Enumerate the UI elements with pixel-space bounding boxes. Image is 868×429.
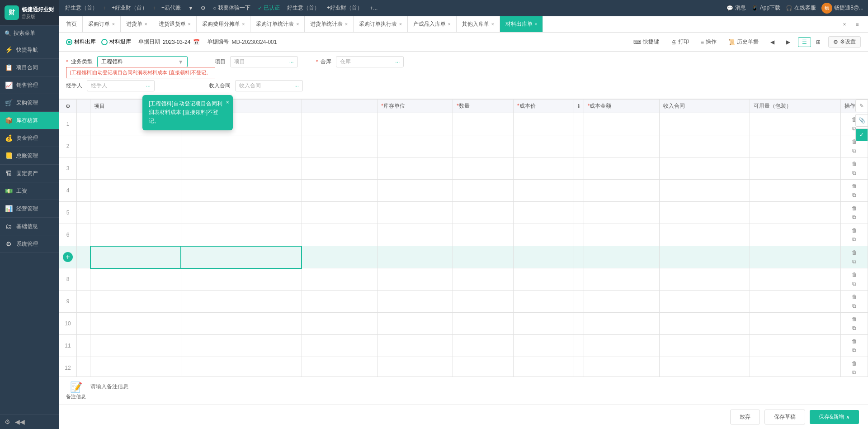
handler-input[interactable]: 经手人 ··· — [87, 80, 155, 91]
topbar-yidaizhang[interactable]: +易代账 — [160, 4, 183, 12]
row-7-copy-btn[interactable]: ⧉ — [850, 257, 859, 266]
sidebar-nav-item-ledger[interactable]: 📒 总账管理 — [0, 147, 59, 165]
sidebar-nav-item-operation[interactable]: 📊 经营管理 — [0, 200, 59, 218]
row-6-delete-btn[interactable]: 🗑 — [850, 226, 859, 235]
row-1-cost-amount[interactable] — [584, 113, 659, 135]
warehouse-input[interactable]: 仓库 ··· — [336, 56, 404, 67]
page-settings-btn[interactable]: ⚙ ⚙设置 — [828, 36, 861, 48]
topbar-more[interactable]: +... — [368, 5, 379, 11]
topbar-haoshengyi2[interactable]: 好生意（首） — [285, 4, 321, 12]
row-4-delete-btn[interactable]: 🗑 — [850, 181, 859, 191]
tab-purchase-order-close[interactable]: × — [112, 22, 115, 27]
tab-other-in[interactable]: 其他入库单 × — [457, 16, 500, 33]
row-5-copy-btn[interactable]: ⧉ — [850, 213, 859, 222]
sidebar-nav-item-system[interactable]: ⚙ 系统管理 — [0, 235, 59, 253]
tab-receipt-stat[interactable]: 进货单统计表 × — [305, 16, 354, 33]
project-input[interactable]: 项目 ··· — [230, 56, 298, 67]
settings-bottom-icon[interactable]: ⚙ — [5, 418, 10, 425]
sidebar-nav-item-salary[interactable]: 💵 工资 — [0, 182, 59, 200]
tab-purchase-return-close[interactable]: × — [188, 22, 191, 27]
topbar-haoyecai[interactable]: +好业财（首） — [110, 4, 149, 12]
sidebar-nav-item-basic[interactable]: 🗂 基础信息 — [0, 218, 59, 235]
save-draft-button[interactable]: 保存草稿 — [764, 410, 805, 424]
sidebar-search[interactable]: 🔍 搜索菜单 — [0, 26, 59, 41]
view-list-btn[interactable]: ☰ — [798, 37, 811, 47]
row-1-income[interactable] — [659, 113, 750, 135]
right-attach-btn[interactable]: 📎 — [855, 114, 868, 127]
row-11-delete-btn[interactable]: 🗑 — [850, 337, 859, 346]
topbar-online-service[interactable]: 🎧 在线客服 — [786, 4, 816, 12]
tab-purchase-exec[interactable]: 采购订单执行表 × — [354, 16, 408, 33]
row-9-copy-btn[interactable]: ⧉ — [850, 301, 859, 310]
row-6-copy-btn[interactable]: ⧉ — [850, 235, 859, 244]
topbar-haoyecai2[interactable]: +好业财（首） — [325, 4, 364, 12]
sidebar-nav-item-sales[interactable]: 📈 销售管理 — [0, 76, 59, 94]
row-7-material-cell[interactable] — [181, 246, 302, 268]
calendar-icon[interactable]: 📅 — [193, 39, 200, 45]
sidebar-nav-item-project[interactable]: 📋 项目合同 — [0, 59, 59, 76]
sidebar-nav-item-assets[interactable]: 🏗 固定资产 — [0, 165, 59, 182]
topbar-settings[interactable]: ⚙ — [199, 5, 208, 11]
tooltip-close-btn[interactable]: × — [226, 98, 229, 107]
sidebar-nav-item-purchase[interactable]: 🛒 采购管理 — [0, 94, 59, 112]
topbar-app-download[interactable]: 📱 App下载 — [751, 4, 780, 12]
topbar-dropdown[interactable]: ▼ — [186, 5, 195, 11]
row-12-delete-btn[interactable]: 🗑 — [850, 359, 859, 368]
tab-purchase-return[interactable]: 进货退货单 × — [153, 16, 197, 33]
topbar-verified[interactable]: ✓ 已认证 — [256, 4, 282, 12]
tab-product-in-close[interactable]: × — [448, 22, 451, 27]
date-value[interactable]: 2023-03-24 — [163, 39, 190, 45]
row-7-project-cell[interactable] — [90, 246, 181, 268]
row-8-copy-btn[interactable]: ⧉ — [850, 279, 859, 288]
row-2-cost-amount[interactable] — [584, 135, 659, 157]
tab-material-out-close[interactable]: × — [535, 22, 538, 27]
th-settings[interactable]: ⚙ — [59, 100, 77, 113]
sidebar-nav-item-shortcut[interactable]: ⚡ 快捷导航 — [0, 41, 59, 59]
tab-other-in-close[interactable]: × — [491, 22, 494, 27]
row-1-spec[interactable] — [302, 113, 377, 135]
view-grid-btn[interactable]: ⊞ — [812, 37, 825, 47]
tab-purchase-receipt[interactable]: 进货单 × — [121, 16, 153, 33]
tab-material-out[interactable]: 材料出库单 × — [500, 16, 543, 33]
business-type-select[interactable]: 工程领料 ▼ — [97, 56, 188, 67]
row-8-delete-btn[interactable]: 🗑 — [850, 270, 859, 279]
row-11-copy-btn[interactable]: ⧉ — [850, 346, 859, 355]
row-3-delete-btn[interactable]: 🗑 — [850, 159, 859, 168]
row-3-copy-btn[interactable]: ⧉ — [850, 168, 859, 177]
shortcut-btn[interactable]: ⌨ 快捷键 — [629, 36, 663, 48]
radio-material-out[interactable]: 材料出库 — [66, 38, 96, 46]
topbar-trial[interactable]: ○ 我要体验一下 — [211, 4, 252, 12]
nav-prev-btn[interactable]: ◀ — [766, 37, 778, 47]
sidebar-nav-item-inventory[interactable]: 📦 库存核算 — [0, 112, 59, 129]
row-2-project[interactable] — [90, 135, 181, 157]
discard-button[interactable]: 放弃 — [730, 410, 760, 424]
tab-receipt-stat-close[interactable]: × — [345, 22, 348, 27]
row-7-delete-btn[interactable]: 🗑 — [850, 248, 859, 257]
row-4-copy-btn[interactable]: ⧉ — [850, 191, 859, 200]
tab-close-all-btn[interactable]: × — [839, 19, 850, 30]
topbar-haoshengyi[interactable]: 好生意（首） — [63, 4, 99, 12]
row-2-spec[interactable] — [302, 135, 377, 157]
topbar-user[interactable]: 畅 畅捷通8@... — [821, 3, 863, 14]
radio-material-return[interactable]: 材料退库 — [101, 38, 131, 46]
tab-product-in[interactable]: 产成品入库单 × — [408, 16, 457, 33]
row-1-qty[interactable] — [453, 113, 514, 135]
save-new-button[interactable]: 保存&新增 ∧ — [810, 410, 859, 424]
tab-purchase-exec-close[interactable]: × — [399, 22, 402, 27]
row-10-copy-btn[interactable]: ⧉ — [850, 324, 859, 333]
tab-purchase-expense-close[interactable]: × — [242, 22, 245, 27]
topbar-message[interactable]: 💬 消息 — [726, 4, 746, 12]
row-1-cost[interactable] — [513, 113, 574, 135]
add-row-btn[interactable]: + — [63, 252, 73, 262]
row-2-qty[interactable] — [453, 135, 514, 157]
row-1-unit[interactable] — [377, 113, 453, 135]
sidebar-nav-item-finance[interactable]: 💰 资金管理 — [0, 129, 59, 147]
row-12-copy-btn[interactable]: ⧉ — [850, 368, 859, 377]
history-btn[interactable]: 📜 历史单据 — [724, 36, 763, 48]
row-2-cost[interactable] — [513, 135, 574, 157]
row-2-income[interactable] — [659, 135, 750, 157]
tab-purchase-order[interactable]: 采购订单 × — [83, 16, 121, 33]
income-contract-input[interactable]: 收入合同 ··· — [235, 80, 303, 91]
row-10-delete-btn[interactable]: 🗑 — [850, 315, 859, 324]
ops-btn[interactable]: ≡ 操作 — [697, 36, 721, 48]
